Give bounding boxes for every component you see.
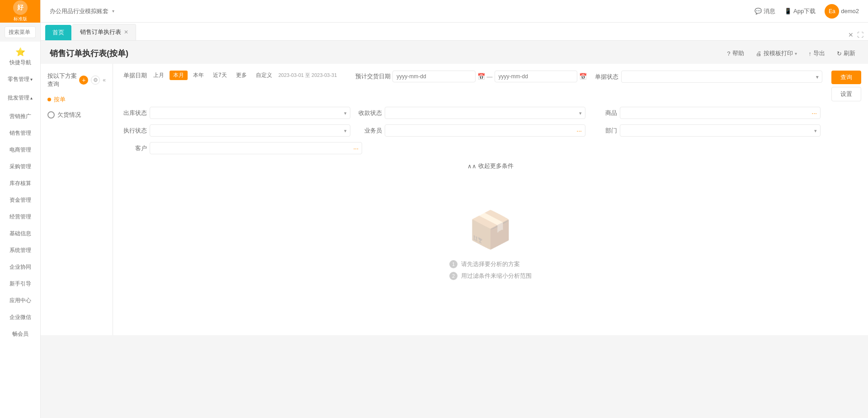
refresh-btn[interactable]: ↻ 刷新: [833, 48, 859, 59]
tab-close-btn[interactable]: ✕: [124, 29, 128, 35]
calendar-from-icon[interactable]: 📅: [477, 73, 485, 80]
left-sidebar-header: 按以下方案查询 + ⚙ «: [41, 68, 113, 92]
sidebar-item-marketing[interactable]: 营销推广: [0, 107, 40, 124]
date-tab-last-month[interactable]: 上月: [150, 71, 168, 80]
print-icon: 🖨: [756, 50, 762, 57]
salesperson-wrapper: ···: [385, 124, 585, 137]
help-label: 帮助: [732, 49, 744, 57]
date-tabs: 上月 本月 本年 近7天 更多 自定义: [150, 71, 276, 80]
goods-input[interactable]: [620, 107, 821, 119]
empty-step-2: 2 用过滤条件来缩小分析范围: [449, 272, 532, 280]
expected-delivery-label: 预计交货日期: [355, 72, 391, 81]
inventory-label: 库存核算: [9, 180, 31, 187]
message-btn[interactable]: 💬 消息: [755, 7, 775, 15]
date-tab-more[interactable]: 更多: [232, 71, 250, 80]
sidebar-item-sales[interactable]: 销售管理: [0, 124, 40, 141]
empty-illustration: 📦: [468, 209, 513, 251]
sidebar-item-enterprise[interactable]: 企业协同: [0, 258, 40, 275]
collection-status-input[interactable]: [385, 107, 585, 119]
left-sidebar-panel: 按以下方案查询 + ⚙ « 按单 欠货情况: [41, 64, 113, 335]
goods-wrapper: ···: [620, 107, 821, 119]
app-download-btn[interactable]: 📱 App下载: [784, 7, 816, 15]
sidebar-query-label: 按以下方案查询: [47, 72, 79, 88]
search-menu-input[interactable]: [5, 26, 36, 38]
date-from-input[interactable]: [392, 71, 475, 82]
shortage-label: 欠货情况: [57, 111, 81, 119]
tab-sales-exec[interactable]: 销售订单执行表 ✕: [72, 24, 136, 40]
dept-filter: 部门 ▾: [590, 124, 821, 137]
salesperson-input[interactable]: [385, 124, 585, 137]
export-label: 导出: [813, 49, 825, 57]
sidebar-item-appstore[interactable]: 应用中心: [0, 291, 40, 308]
window-minimize-btn[interactable]: ✕: [848, 31, 854, 38]
print-btn[interactable]: 🖨 按模板打印 ▾: [752, 48, 801, 59]
goods-dots-icon[interactable]: ···: [811, 109, 817, 117]
date-tab-last-7[interactable]: 近7天: [209, 71, 231, 80]
sidebar-item-system[interactable]: 系统管理: [0, 241, 40, 258]
status-input[interactable]: [621, 71, 822, 83]
app-download-label: App下载: [793, 7, 816, 15]
out-status-label: 出库状态: [120, 109, 147, 117]
customer-dots-icon[interactable]: ···: [353, 145, 359, 152]
sidebar-item-guide[interactable]: 新手引导: [0, 275, 40, 291]
filter-row-1: 单据日期 上月 本月 本年 近7天 更多 自定义 2023-03-01 至 20…: [120, 71, 861, 101]
help-btn[interactable]: ? 帮助: [723, 48, 747, 59]
customer-input[interactable]: [150, 142, 362, 154]
wholesale-label: 批发管理: [8, 94, 29, 102]
avatar: Ea: [825, 4, 839, 19]
member-label: 畅会员: [12, 330, 28, 338]
sidebar-item-basic[interactable]: 基础信息: [0, 224, 40, 241]
user-area[interactable]: Ea demo2: [825, 4, 859, 19]
sidebar-item-wholesale[interactable]: 批发管理 ▴: [0, 89, 40, 107]
sidebar-item-operations[interactable]: 经营管理: [0, 208, 40, 224]
dept-input[interactable]: [620, 124, 821, 137]
date-tab-custom[interactable]: 自定义: [252, 71, 276, 80]
sidebar-item-by-order[interactable]: 按单: [41, 92, 113, 107]
customer-label: 客户: [120, 144, 147, 152]
collection-status-wrapper: ▾: [385, 107, 585, 119]
search-btn[interactable]: 查询: [831, 71, 861, 84]
sidebar-item-member[interactable]: 畅会员: [0, 325, 40, 342]
sidebar-collapse-btn[interactable]: «: [103, 77, 106, 83]
operations-label: 经营管理: [9, 213, 31, 221]
sidebar-item-retail[interactable]: 零售管理 ▾: [0, 70, 40, 89]
salesperson-dots-icon[interactable]: ···: [576, 127, 582, 134]
title-dropdown-icon[interactable]: ▾: [112, 9, 114, 14]
window-maximize-btn[interactable]: ⛶: [857, 31, 863, 38]
sidebar-item-inventory[interactable]: 库存核算: [0, 174, 40, 191]
status-filter: 单据状态 ▾: [591, 71, 822, 83]
exec-status-input[interactable]: [150, 124, 350, 137]
dept-label: 部门: [590, 127, 617, 135]
out-status-filter: 出库状态 ▾: [120, 107, 350, 119]
date-tab-this-month[interactable]: 本月: [170, 71, 188, 80]
sidebar-add-btn[interactable]: +: [79, 76, 88, 85]
collection-status-label: 收款状态: [355, 109, 382, 117]
out-status-input[interactable]: [150, 107, 350, 119]
tab-home[interactable]: 首页: [45, 25, 71, 40]
sidebar-settings-btn[interactable]: ⚙: [91, 76, 100, 85]
sidebar-item-shortage[interactable]: 欠货情况: [41, 107, 113, 123]
date-label: 单据日期: [120, 71, 147, 80]
customer-wrapper: ···: [150, 142, 362, 154]
wholesale-arrow-icon: ▴: [30, 95, 33, 100]
logo-area[interactable]: 好 标准版: [0, 0, 40, 23]
sales-label: 销售管理: [9, 129, 31, 137]
tab-bar: 首页 销售订单执行表 ✕ ✕ ⛶: [41, 23, 868, 41]
export-btn[interactable]: ↑ 导出: [805, 48, 829, 59]
out-status-wrapper: ▾: [150, 107, 350, 119]
sidebar-item-finance[interactable]: 资金管理: [0, 191, 40, 208]
sidebar-item-quick-nav[interactable]: ⭐ 快捷导航: [0, 42, 40, 70]
sidebar-item-wechat[interactable]: 企业微信: [0, 308, 40, 325]
sidebar-item-ecommerce[interactable]: 电商管理: [0, 141, 40, 157]
print-dropdown-icon[interactable]: ▾: [795, 51, 797, 56]
date-to-input[interactable]: [495, 71, 577, 82]
sidebar-item-purchase[interactable]: 采购管理: [0, 157, 40, 174]
date-tab-this-year[interactable]: 本年: [189, 71, 208, 80]
header-right-area: 💬 消息 📱 App下载 Ea demo2: [755, 4, 859, 19]
calendar-to-icon[interactable]: 📅: [579, 73, 587, 80]
reset-btn[interactable]: 设置: [831, 87, 861, 101]
app-title-area: 办公用品行业模拟账套 ▾: [50, 7, 114, 15]
filter-row-4: 客户 ···: [120, 142, 861, 154]
collapse-row[interactable]: ∧∧ 收起更多条件: [120, 160, 861, 172]
empty-steps: 1 请先选择要分析的方案 2 用过滤条件来缩小分析范围: [449, 260, 532, 284]
